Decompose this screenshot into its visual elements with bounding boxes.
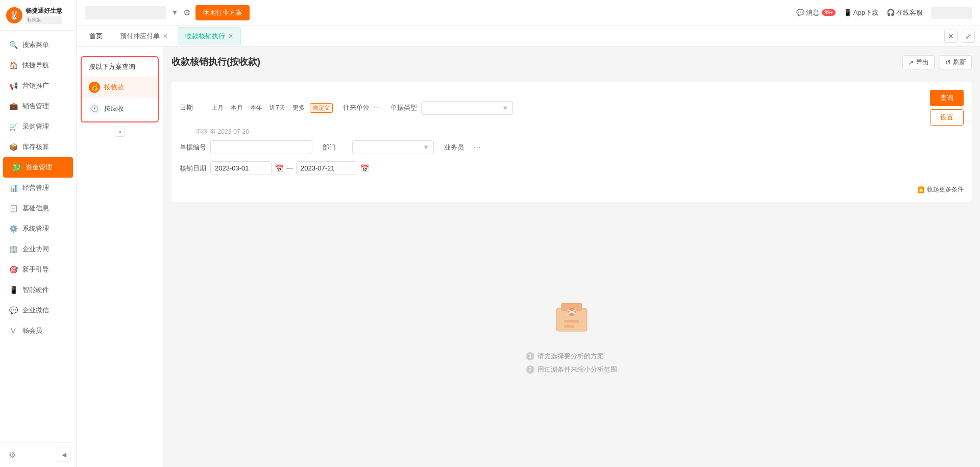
- query-btn-wrapper: 查询 设置: [922, 90, 964, 126]
- tab-prepay[interactable]: 预付冲应付单 ✕: [112, 27, 176, 45]
- tab-receipt-close[interactable]: ✕: [228, 33, 233, 40]
- sidebar-item-14[interactable]: V 畅会员: [0, 321, 76, 341]
- menu-icon-7: 📊: [8, 183, 18, 193]
- date-shortcuts: 上月 本月 本年 近7天 更多 自定义: [209, 103, 333, 113]
- settings-icon[interactable]: ⚙: [5, 448, 19, 462]
- query-btn[interactable]: 查询: [930, 90, 964, 106]
- sidebar-item-12[interactable]: 📱 智能硬件: [0, 280, 76, 300]
- search-row-1: 日期 上月 本月 本年 近7天 更多 自定义: [180, 90, 964, 126]
- menu-icon-0: 🔍: [8, 40, 18, 50]
- filter-options-box: 按以下方案查询 💰 按收款 🕐 按应收: [81, 56, 159, 122]
- search-row-3: 核销日期 📅 — 📅: [180, 161, 964, 175]
- tab-prepay-close[interactable]: ✕: [163, 33, 168, 40]
- sidebar-item-13[interactable]: 💬 企业微信: [0, 300, 76, 321]
- receivable-icon: 🕐: [89, 103, 100, 114]
- sidebar-item-5[interactable]: 📦 库存核算: [0, 137, 76, 157]
- export-btn[interactable]: ↗ 导出: [902, 55, 935, 69]
- menu-icon-12: 📱: [8, 285, 18, 295]
- online-service-btn[interactable]: 🎧 在线客服: [887, 8, 923, 17]
- filter-by-receivable[interactable]: 🕐 按应收: [82, 98, 158, 119]
- phone-icon: 📱: [844, 9, 852, 16]
- doc-type-field: 单据类型 ▼: [390, 101, 513, 115]
- start-calendar-icon[interactable]: 📅: [275, 164, 283, 173]
- salesperson-picker-btn[interactable]: ···: [474, 143, 480, 152]
- refresh-btn[interactable]: ↺ 刷新: [940, 55, 972, 69]
- topbar: ▼ ⚙ 休闲行业方案 💬 消息 99+ 📱 App下载 🎧 在线客服: [77, 0, 980, 26]
- shortcut-this-year[interactable]: 本年: [248, 103, 264, 113]
- verify-date-end-input[interactable]: [296, 161, 357, 175]
- menu-icon-10: 🏢: [8, 244, 18, 254]
- app-download-btn[interactable]: 📱 App下载: [844, 8, 878, 17]
- collapse-sidebar-btn[interactable]: ◀: [57, 448, 71, 462]
- verify-date-range: 📅 — 📅: [210, 161, 369, 175]
- maximize-tab-btn[interactable]: ⤢: [962, 30, 975, 43]
- topbar-dropdown-icon[interactable]: ▼: [172, 9, 178, 16]
- topbar-gear-icon[interactable]: ⚙: [183, 8, 190, 17]
- menu-label-12: 智能硬件: [22, 285, 49, 294]
- tab-receipt[interactable]: 收款核销执行 ✕: [178, 27, 241, 45]
- sidebar-item-10[interactable]: 🏢 企业协同: [0, 239, 76, 259]
- contact-field: 往来单位 ···: [343, 103, 380, 112]
- menu-label-4: 采购管理: [22, 122, 49, 131]
- doc-type-label: 单据类型: [390, 103, 417, 112]
- search-row-2: 单据编号 部门 ▼ 业务员: [180, 140, 964, 154]
- collapse-filter-btn[interactable]: »: [115, 127, 125, 137]
- chevron-down-icon: ▼: [502, 104, 508, 112]
- tab-home[interactable]: 首页: [82, 27, 110, 45]
- menu-label-6: 资金管理: [26, 163, 52, 172]
- action-bar: ↗ 导出 ↺ 刷新: [902, 55, 972, 69]
- sidebar-menu: 🔍 搜索菜单 🏠 快捷导航 📢 营销推广 💼 销售管理 🛒 采购管理 📦 库存核…: [0, 31, 76, 442]
- headset-icon: 🎧: [887, 9, 895, 16]
- menu-icon-3: 💼: [8, 101, 18, 111]
- sidebar-item-3[interactable]: 💼 销售管理: [0, 96, 76, 116]
- shortcut-7days[interactable]: 近7天: [267, 103, 287, 113]
- content-main: 收款核销执行(按收款) ↗ 导出 ↺ 刷新: [163, 47, 980, 467]
- sidebar-item-7[interactable]: 📊 经营管理: [0, 178, 76, 198]
- sidebar-item-1[interactable]: 🏠 快捷导航: [0, 55, 76, 76]
- doc-type-select[interactable]: ▼: [421, 101, 513, 115]
- sidebar-item-0[interactable]: 🔍 搜索菜单: [0, 35, 76, 55]
- shortcut-last-month[interactable]: 上月: [209, 103, 226, 113]
- shortcut-more[interactable]: 更多: [290, 103, 307, 113]
- verify-date-start-input[interactable]: [210, 161, 272, 175]
- menu-icon-2: 📢: [8, 81, 18, 91]
- logo-area: 🐰 畅捷通好生意 标准版: [0, 0, 76, 31]
- date-label: 日期: [180, 103, 205, 112]
- filter-panel-title: 按以下方案查询: [82, 59, 158, 77]
- menu-label-11: 新手引导: [22, 265, 49, 274]
- sidebar-bottom: ⚙ ◀: [0, 442, 76, 467]
- settings-btn[interactable]: 设置: [930, 109, 964, 126]
- svg-rect-6: [564, 325, 574, 328]
- end-calendar-icon[interactable]: 📅: [360, 164, 369, 173]
- empty-hint-1: 1 请先选择要分析的方案: [526, 350, 617, 363]
- user-avatar-blurred[interactable]: [931, 7, 972, 19]
- close-tab-btn[interactable]: ✕: [944, 30, 958, 43]
- sidebar-item-6[interactable]: 💹 资金管理: [3, 157, 73, 178]
- message-btn[interactable]: 💬 消息 99+: [796, 8, 836, 17]
- filter-by-receipt[interactable]: 💰 按收款: [82, 77, 158, 98]
- sidebar-item-11[interactable]: 🎯 新手引导: [0, 259, 76, 280]
- shortcut-custom[interactable]: 自定义: [310, 103, 333, 113]
- contact-picker-btn[interactable]: ···: [374, 103, 380, 112]
- verify-date-label: 核销日期: [180, 164, 206, 173]
- doc-no-input[interactable]: [210, 140, 312, 154]
- menu-label-0: 搜索菜单: [22, 40, 49, 50]
- sidebar-item-9[interactable]: ⚙️ 系统管理: [0, 218, 76, 239]
- menu-icon-1: 🏠: [8, 60, 18, 70]
- message-icon: 💬: [796, 9, 804, 16]
- sidebar-item-2[interactable]: 📢 营销推广: [0, 76, 76, 96]
- topbar-left: ▼ ⚙ 休闲行业方案: [85, 5, 250, 20]
- salesperson-field: 业务员 ···: [444, 143, 480, 152]
- menu-label-9: 系统管理: [22, 224, 49, 233]
- industry-solution-btn[interactable]: 休闲行业方案: [195, 5, 250, 20]
- sidebar-item-4[interactable]: 🛒 采购管理: [0, 116, 76, 137]
- date-field: 日期 上月 本月 本年 近7天 更多 自定义: [180, 103, 333, 113]
- menu-label-13: 企业微信: [22, 306, 49, 315]
- empty-state: 1 请先选择要分析的方案 2 用过滤条件来缩小分析范围: [172, 207, 972, 459]
- empty-illustration: [546, 290, 597, 341]
- collapse-more-btn[interactable]: 🔼 收起更多条件: [917, 185, 964, 194]
- main-area: ▼ ⚙ 休闲行业方案 💬 消息 99+ 📱 App下载 🎧 在线客服 首页: [77, 0, 980, 467]
- shortcut-this-month[interactable]: 本月: [229, 103, 245, 113]
- dept-select[interactable]: ▼: [352, 140, 434, 154]
- sidebar-item-8[interactable]: 📋 基础信息: [0, 198, 76, 218]
